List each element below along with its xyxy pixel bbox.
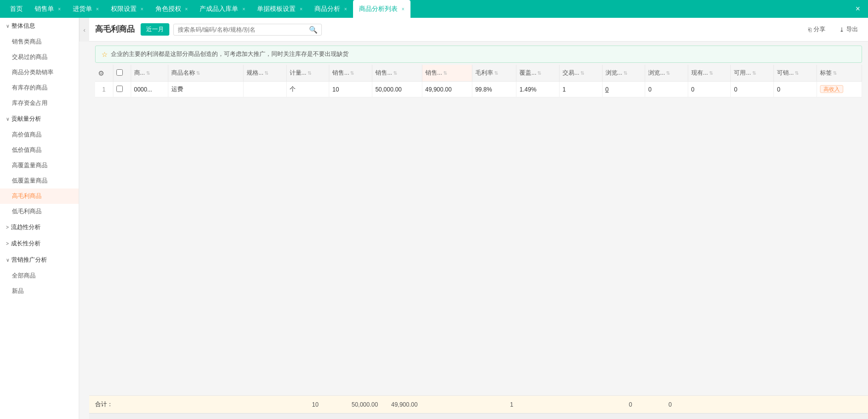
row-name[interactable]: 运费 [168, 82, 244, 97]
col-current-stock[interactable]: 现有... ⇅ [688, 65, 731, 82]
row-trade-count: 1 [559, 82, 602, 97]
export-button[interactable]: ⤓ 导出 [835, 23, 862, 36]
col-sale-amount[interactable]: 销售... ⇅ [372, 65, 422, 82]
nav-permission-settings[interactable]: 权限设置 × [105, 0, 150, 18]
row-coverage: 1.49% [516, 82, 560, 97]
close-icon[interactable]: × [185, 6, 188, 12]
col-gear[interactable]: ⚙ [95, 65, 113, 82]
col-unit[interactable]: 计量... ⇅ [286, 65, 329, 82]
close-icon[interactable]: × [300, 6, 303, 12]
share-button[interactable]: ⎗ 分享 [804, 23, 829, 36]
col-available-stock[interactable]: 可用... ⇅ [731, 65, 774, 82]
col-browse-b[interactable]: 浏览... ⇅ [645, 65, 688, 82]
row-select-checkbox[interactable] [116, 86, 123, 92]
filter-recent-month-button[interactable]: 近一月 [141, 23, 169, 36]
close-icon[interactable]: × [96, 6, 99, 12]
share-icon: ⎗ [808, 26, 812, 33]
sidebar-item-low-margin[interactable]: 低毛利商品 [0, 204, 79, 219]
col-trade-count[interactable]: 交易... ⇅ [559, 65, 602, 82]
sort-icon: ⇅ [196, 70, 200, 76]
nav-role-auth[interactable]: 角色授权 × [150, 0, 194, 18]
nav-template-settings[interactable]: 单据模板设置 × [251, 0, 308, 18]
chevron-down-icon: ∨ [6, 23, 9, 29]
close-icon[interactable]: × [242, 6, 245, 12]
nav-home[interactable]: 首页 [4, 0, 29, 18]
page-title: 高毛利商品 [95, 24, 135, 35]
row-checkbox[interactable] [113, 82, 131, 97]
table-container: ⚙ 商... ⇅ 商品名称 [89, 65, 868, 395]
footer-available-stock: 0 [665, 401, 705, 408]
col-gross-margin[interactable]: 毛利率 ⇅ [472, 65, 516, 82]
footer-trade-count: 1 [507, 401, 547, 408]
select-all-checkbox[interactable] [116, 69, 123, 76]
row-number: 1 [95, 82, 113, 97]
col-spec[interactable]: 规格... ⇅ [243, 65, 286, 82]
row-sale-profit: 49,900.00 [422, 82, 472, 97]
footer-label: 合计： [95, 400, 125, 409]
sidebar-item-high-coverage[interactable]: 高覆盖量商品 [0, 158, 79, 173]
col-saleable-stock[interactable]: 可销... ⇅ [774, 65, 817, 82]
close-icon[interactable]: × [141, 6, 144, 12]
sidebar-item-low-coverage[interactable]: 低覆盖量商品 [0, 173, 79, 188]
sidebar-group-overall[interactable]: ∨ 整体信息 [0, 18, 79, 34]
gear-icon[interactable]: ⚙ [98, 69, 104, 77]
col-tag[interactable]: 标签 ⇅ [817, 65, 862, 82]
row-saleable-stock: 0 [774, 82, 817, 97]
table-header-row: ⚙ 商... ⇅ 商品名称 [95, 65, 862, 82]
sort-icon: ⇅ [623, 70, 627, 76]
col-code[interactable]: 商... ⇅ [131, 65, 168, 82]
sidebar-item-stock-products[interactable]: 有库存的商品 [0, 80, 79, 95]
info-bar: ☆ 企业的主要的利润都是这部分商品创造的，可考虑加大推广，同时关注库存是不要出现… [95, 46, 862, 63]
sidebar-item-category-assist-rate[interactable]: 商品分类助销率 [0, 65, 79, 80]
sidebar-collapse-button[interactable]: ‹ [79, 18, 89, 42]
sort-icon: ⇅ [146, 70, 150, 76]
sidebar-item-new-products[interactable]: 新品 [0, 283, 79, 299]
sidebar-group-contribution[interactable]: ∨ 贡献量分析 [0, 111, 79, 127]
sort-icon: ⇅ [350, 70, 354, 76]
sidebar-item-low-value[interactable]: 低价值商品 [0, 142, 79, 158]
chevron-right-icon: > [6, 241, 9, 246]
nav-product-analysis[interactable]: 商品分析 × [308, 0, 353, 18]
table-row: 1 0000... 运费 个 10 50,000.00 49,900.00 99… [95, 82, 862, 97]
search-icon[interactable]: 🔍 [309, 26, 317, 34]
row-sale-qty: 10 [329, 82, 372, 97]
col-sale-profit[interactable]: 销售... ⇅ [422, 65, 472, 82]
sidebar-item-sales-products[interactable]: 销售类商品 [0, 34, 79, 49]
sidebar-group-trend[interactable]: > 流趋性分析 [0, 219, 79, 235]
row-browse-a[interactable]: 0 [602, 82, 645, 97]
chevron-down-icon: ∨ [6, 116, 9, 122]
footer-current-stock: 0 [626, 401, 665, 408]
row-code[interactable]: 0000... [131, 82, 168, 97]
nav-product-analysis-list[interactable]: 商品分析列表 × [353, 0, 410, 18]
sidebar-item-stock-capital[interactable]: 库存资金占用 [0, 95, 79, 111]
star-icon: ☆ [102, 50, 108, 58]
nav-product-inbound[interactable]: 产成品入库单 × [194, 0, 251, 18]
tag-badge: 高收入 [820, 85, 843, 93]
close-icon[interactable]: × [344, 6, 347, 12]
row-available-stock: 0 [731, 82, 774, 97]
nav-close-all-button[interactable]: × [852, 4, 864, 13]
col-coverage[interactable]: 覆盖... ⇅ [516, 65, 560, 82]
nav-purchase-order[interactable]: 进货单 × [67, 0, 105, 18]
close-icon[interactable]: × [58, 6, 61, 12]
sidebar-group-growth[interactable]: > 成长性分析 [0, 235, 79, 252]
sidebar-item-all-products[interactable]: 全部商品 [0, 268, 79, 283]
info-text: 企业的主要的利润都是这部分商品创造的，可考虑加大推广，同时关注库存是不要出现缺货 [111, 50, 349, 58]
nav-sales-order[interactable]: 销售单 × [29, 0, 67, 18]
horizontal-scrollbar[interactable] [89, 413, 868, 419]
row-sale-amount: 50,000.00 [372, 82, 422, 97]
sidebar-item-high-margin[interactable]: 高毛利商品 [0, 188, 79, 204]
row-tag: 高收入 [817, 82, 862, 97]
sidebar-item-traded-products[interactable]: 交易过的商品 [0, 49, 79, 65]
close-icon[interactable]: × [402, 6, 405, 12]
row-current-stock: 0 [688, 82, 731, 97]
search-box: 🔍 [173, 24, 322, 36]
col-browse-a[interactable]: 浏览... ⇅ [602, 65, 645, 82]
sidebar-group-marketing[interactable]: ∨ 营销推广分析 [0, 252, 79, 268]
sort-icon: ⇅ [494, 70, 498, 76]
col-checkbox[interactable] [113, 65, 131, 82]
col-name[interactable]: 商品名称 ⇅ [168, 65, 244, 82]
col-sale-qty[interactable]: 销售... ⇅ [329, 65, 372, 82]
search-input[interactable] [178, 26, 309, 33]
sidebar-item-high-value[interactable]: 高价值商品 [0, 127, 79, 142]
